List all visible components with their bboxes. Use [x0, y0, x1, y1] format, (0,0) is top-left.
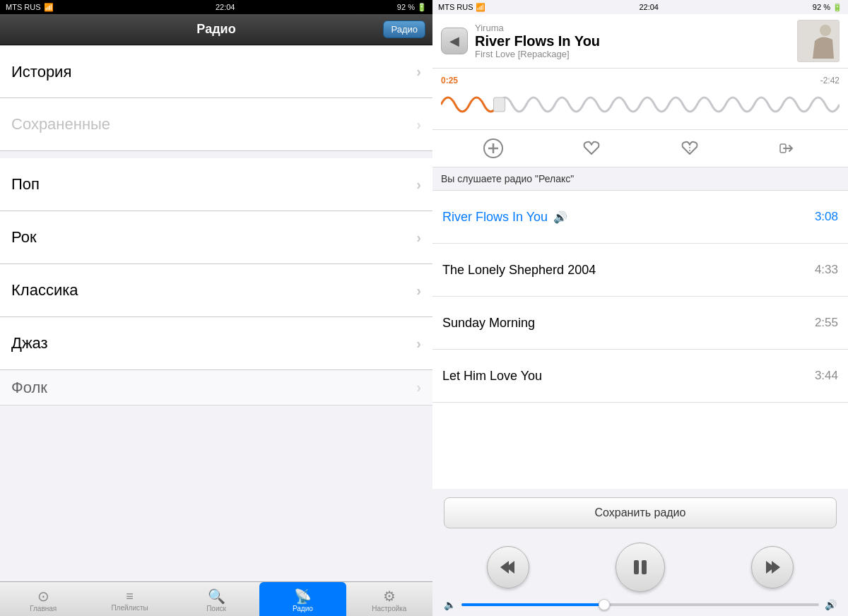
volume-track[interactable] [461, 603, 819, 606]
playlists-icon: ≡ [126, 590, 134, 603]
track-name-3: Sunday Morning [442, 316, 535, 331]
now-playing-artist: Yiruma [475, 23, 790, 33]
status-bar-right: MTS RUS 📶 22:04 92 % 🔋 [432, 0, 848, 14]
chevron-icon-history: › [416, 64, 421, 80]
chevron-icon-classic: › [416, 283, 421, 299]
now-playing-header: ◀ Yiruma River Flows In You First Love [… [432, 14, 848, 69]
waveform-container[interactable]: 0:25 -2:42 [432, 69, 848, 130]
radio-label: Вы слушаете радио "Релакс" [432, 167, 848, 191]
menu-item-folk[interactable]: Фолк › [0, 370, 432, 405]
next-button[interactable] [751, 546, 794, 588]
menu-gap-1 [0, 151, 432, 158]
time-elapsed: 0:25 [441, 76, 458, 85]
menu-label-jazz: Джаз [11, 334, 48, 353]
wifi-icon-right: 📶 [476, 3, 485, 11]
menu-item-saved[interactable]: Сохраненные › [0, 98, 432, 151]
battery-left: 92 % [397, 3, 415, 11]
nav-title-left: Радио [196, 22, 235, 37]
track-duration-1: 3:08 [815, 210, 838, 224]
menu-label-classic: Классика [11, 281, 78, 300]
svg-rect-3 [494, 97, 505, 112]
menu-item-jazz[interactable]: Джаз › [0, 317, 432, 370]
svg-marker-9 [500, 561, 509, 574]
prev-button[interactable] [487, 546, 529, 588]
playback-controls [432, 537, 848, 596]
carrier-left: MTS RUS [6, 3, 41, 11]
tab-search-label: Поиск [206, 605, 226, 612]
search-icon: 🔍 [208, 589, 225, 603]
tab-home-label: Главная [30, 605, 57, 612]
nav-radio-button[interactable]: Радио [383, 20, 425, 38]
track-duration-4: 3:44 [815, 369, 838, 383]
now-playing-icon: 🔊 [553, 211, 567, 224]
battery-icon-left: 🔋 [417, 3, 427, 11]
now-playing-title: River Flows In You [475, 33, 790, 49]
svg-marker-13 [772, 561, 780, 574]
svg-rect-11 [642, 560, 647, 574]
album-art [797, 20, 840, 62]
track-duration-3: 2:55 [815, 316, 838, 330]
track-name-4: Let Him Love You [442, 369, 542, 384]
tab-bar-left: ⊙ Главная ≡ Плейлисты 🔍 Поиск 📡 Радио ⚙ … [0, 581, 432, 616]
heart-icon [582, 138, 601, 158]
add-icon [483, 138, 503, 158]
back-icon: ◀ [449, 33, 459, 49]
track-item-4[interactable]: Let Him Love You 3:44 [432, 350, 848, 403]
wifi-icon-left: 📶 [44, 3, 54, 12]
menu-label-saved: Сохраненные [11, 115, 110, 134]
menu-label-folk: Фолк [11, 379, 47, 397]
volume-max-icon: 🔊 [825, 599, 837, 610]
action-buttons [432, 130, 848, 167]
menu-item-pop[interactable]: Поп › [0, 158, 432, 211]
tab-search[interactable]: 🔍 Поиск [173, 582, 259, 616]
volume-min-icon: 🔈 [444, 599, 456, 610]
volume-slider-row: 🔈 🔊 [432, 596, 848, 616]
tab-radio-label: Радио [293, 605, 313, 612]
home-icon: ⊙ [37, 589, 49, 603]
menu-item-classic[interactable]: Классика › [0, 264, 432, 317]
right-panel: MTS RUS 📶 22:04 92 % 🔋 ◀ Yiruma River Fl… [432, 0, 848, 616]
share-button[interactable] [772, 136, 803, 161]
now-playing-info: Yiruma River Flows In You First Love [Re… [475, 23, 790, 59]
tab-radio[interactable]: 📡 Радио [259, 582, 346, 616]
now-playing-album: First Love [Repackage] [475, 49, 790, 59]
menu-label-pop: Поп [11, 175, 40, 194]
menu-item-rock[interactable]: Рок › [0, 211, 432, 264]
track-item-2[interactable]: The Lonely Shepherd 2004 4:33 [432, 244, 848, 297]
chevron-icon-pop: › [416, 177, 421, 193]
track-item-3[interactable]: Sunday Morning 2:55 [432, 297, 848, 350]
track-name-1: River Flows In You [442, 210, 548, 225]
chevron-icon-rock: › [416, 230, 421, 246]
prev-icon [499, 559, 517, 575]
like-button[interactable] [576, 136, 607, 161]
pause-button[interactable] [616, 543, 665, 592]
tab-settings-label: Настройка [372, 605, 406, 612]
chevron-icon-saved: › [416, 117, 421, 133]
time-right: 22:04 [639, 3, 659, 11]
carrier-right: MTS RUS [438, 3, 473, 11]
track-list: River Flows In You 🔊 3:08 The Lonely She… [432, 191, 848, 489]
back-button[interactable]: ◀ [441, 28, 468, 54]
svg-rect-10 [634, 560, 639, 574]
volume-thumb[interactable] [599, 599, 610, 610]
nav-bar-left: Радио Радио [0, 14, 432, 45]
waveform-track[interactable] [441, 87, 840, 122]
add-button[interactable] [478, 136, 509, 161]
track-name-2: The Lonely Shepherd 2004 [442, 263, 596, 278]
tab-settings[interactable]: ⚙ Настройка [346, 582, 432, 616]
radio-icon: 📡 [294, 589, 312, 603]
tab-playlists[interactable]: ≡ Плейлисты [86, 582, 172, 616]
broken-heart-icon [680, 138, 700, 158]
tab-home[interactable]: ⊙ Главная [0, 582, 86, 616]
menu-item-history[interactable]: История › [0, 45, 432, 98]
dislike-button[interactable] [674, 136, 705, 161]
tab-playlists-label: Плейлисты [111, 604, 148, 612]
track-item-1[interactable]: River Flows In You 🔊 3:08 [432, 191, 848, 244]
battery-right: 92 % [813, 3, 830, 11]
time-remaining: -2:42 [820, 76, 840, 85]
save-radio-button[interactable]: Сохранить радио [444, 497, 837, 528]
next-icon [763, 559, 782, 575]
chevron-icon-folk: › [416, 379, 421, 396]
save-button-container: Сохранить радио [432, 489, 848, 537]
left-panel: MTS RUS 📶 22:04 92 % 🔋 Радио Радио Истор… [0, 0, 432, 616]
